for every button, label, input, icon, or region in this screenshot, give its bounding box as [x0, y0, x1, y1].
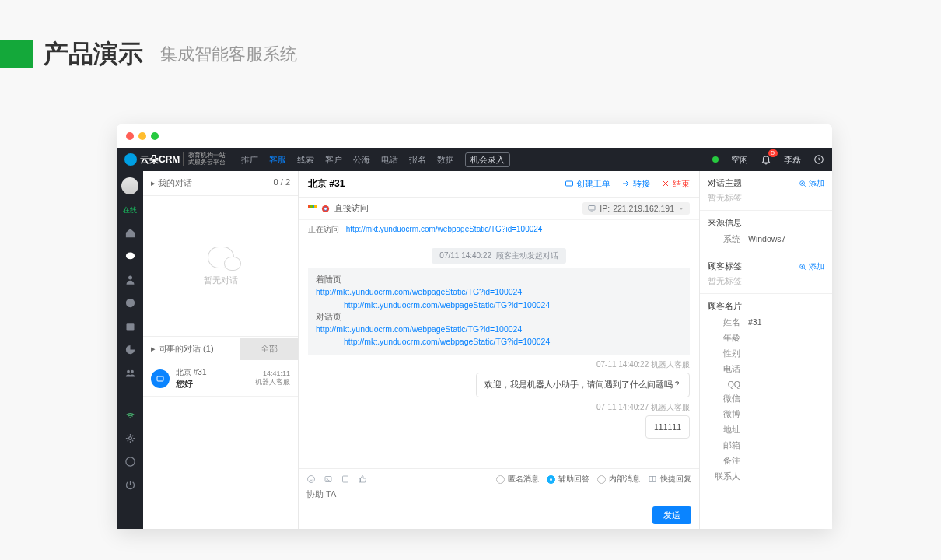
tags-none: 暂无标签 — [708, 275, 824, 287]
reply-input[interactable] — [306, 485, 691, 503]
conversation-count: 0 / 2 — [274, 177, 290, 189]
record-opportunity-button[interactable]: 机会录入 — [465, 152, 510, 167]
emoji-icon[interactable] — [306, 474, 316, 484]
ip-value: 221.219.162.191 — [613, 204, 674, 213]
calendar-icon[interactable] — [124, 320, 136, 332]
chat-panel: 北京 #31 创建工单 转接 结束 — [299, 171, 700, 529]
tel-key: 电话 — [708, 364, 740, 375]
bot-message-1: 欢迎，我是机器人小助手，请问遇到了什么问题吗？ — [476, 373, 690, 397]
ticket-icon — [565, 179, 574, 188]
top-nav: 云朵CRM 教育机构一站式服务云平台 推广 客服 线索 客户 公海 电话 报名 … — [117, 148, 832, 171]
chat-title: 北京 #31 — [308, 177, 345, 191]
wechat-key: 微信 — [708, 394, 740, 404]
settings-icon[interactable] — [813, 154, 824, 165]
weibo-key: 微博 — [708, 409, 740, 420]
nav-data[interactable]: 数据 — [437, 154, 454, 166]
nav-service[interactable]: 客服 — [269, 154, 286, 166]
filter-all-button[interactable]: 全部 — [240, 338, 298, 360]
landing-url-2[interactable]: http://mkt.yunduocrm.com/webpageStatic/T… — [344, 299, 682, 312]
remark-key: 备注 — [708, 456, 740, 467]
chat-icon[interactable] — [124, 250, 136, 262]
source-label: 来源信息 — [708, 217, 742, 229]
send-button[interactable]: 发送 — [652, 506, 691, 524]
svg-point-7 — [128, 436, 131, 439]
create-ticket-button[interactable]: 创建工单 — [565, 178, 610, 190]
addr-key: 地址 — [708, 425, 740, 436]
svg-point-2 — [128, 275, 132, 279]
image-icon[interactable] — [324, 474, 333, 484]
topic-none: 暂无标签 — [708, 192, 824, 204]
bell-badge: 5 — [768, 149, 778, 157]
dialog-url-2[interactable]: http://mkt.yunduocrm.com/webpageStatic/T… — [344, 335, 682, 348]
online-status[interactable]: 在线 — [123, 205, 137, 215]
nav-pool[interactable]: 公海 — [353, 154, 370, 166]
status-text[interactable]: 空闲 — [731, 154, 748, 166]
attachment-icon[interactable] — [341, 474, 350, 484]
dialog-url-1[interactable]: http://mkt.yunduocrm.com/webpageStatic/T… — [316, 323, 682, 336]
tags-label: 顾客标签 — [708, 261, 742, 272]
svg-point-5 — [127, 369, 130, 373]
user-avatar[interactable] — [121, 177, 138, 194]
referrer-box: 着陆页 http://mkt.yunduocrm.com/webpageStat… — [308, 268, 690, 355]
quick-reply-button[interactable]: 快捷回复 — [648, 474, 691, 485]
notifications-button[interactable]: 5 — [761, 154, 771, 165]
assist-option[interactable]: 辅助回答 — [547, 474, 589, 485]
transfer-button[interactable]: 转接 — [621, 178, 650, 190]
brand-tagline: 教育机构一站式服务云平台 — [183, 152, 226, 166]
details-panel: 对话主题 添加 暂无标签 来源信息 系统Windows7 顾客标签 添加 — [700, 171, 832, 529]
chat-transcript[interactable]: 07/11 14:40:22 顾客主动发起对话 着陆页 http://mkt.y… — [299, 239, 699, 468]
brand-logo[interactable]: 云朵CRM 教育机构一站式服务云平台 — [124, 152, 226, 166]
nav-customers[interactable]: 客户 — [325, 154, 342, 166]
maximize-dot[interactable] — [151, 132, 159, 140]
check-circle-icon[interactable] — [124, 296, 136, 309]
current-user[interactable]: 李磊 — [784, 154, 801, 166]
tags-add-button[interactable]: 添加 — [799, 261, 824, 272]
system-value: Windows7 — [748, 234, 785, 245]
end-chat-button[interactable]: 结束 — [661, 178, 690, 190]
anon-option[interactable]: 匿名消息 — [496, 474, 539, 485]
system-message: 07/11 14:40:22 顾客主动发起对话 — [432, 248, 565, 264]
dialog-label: 对话页 — [316, 312, 341, 321]
windows-logo-icon — [308, 205, 317, 213]
visiting-url[interactable]: http://mkt.yunduocrm.com/webpageStatic/T… — [346, 225, 543, 233]
person-icon[interactable] — [124, 273, 136, 285]
contact-key: 联系人 — [708, 471, 740, 482]
nav-leads[interactable]: 线索 — [297, 154, 314, 166]
svg-rect-4 — [126, 323, 134, 330]
power-icon[interactable] — [124, 478, 136, 491]
empty-chat-icon — [208, 247, 234, 268]
search-plus-icon — [799, 180, 806, 187]
landing-url-1[interactable]: http://mkt.yunduocrm.com/webpageStatic/T… — [316, 285, 682, 299]
svg-point-1 — [125, 252, 134, 259]
ip-badge[interactable]: IP: 221.219.162.191 — [582, 202, 690, 215]
empty-state: 暂无对话 — [143, 196, 298, 336]
gear-icon[interactable] — [124, 432, 136, 444]
bot-message-2: 111111 — [645, 415, 690, 439]
age-key: 年龄 — [708, 333, 740, 344]
visiting-label: 正在访问 — [308, 225, 339, 233]
transfer-icon — [621, 179, 631, 188]
brand-name: 云朵CRM — [140, 153, 180, 166]
thumbs-up-icon[interactable] — [358, 474, 367, 484]
nav-phone[interactable]: 电话 — [381, 154, 398, 166]
name-value[interactable]: #31 — [748, 317, 762, 328]
pie-chart-icon[interactable] — [124, 343, 136, 355]
internal-option[interactable]: 内部消息 — [597, 474, 640, 485]
home-icon[interactable] — [124, 226, 136, 239]
topic-add-button[interactable]: 添加 — [799, 178, 824, 189]
svg-point-15 — [308, 476, 315, 483]
conversation-item[interactable]: 北京 #31 您好 14:41:11 机器人客服 — [143, 361, 298, 397]
nav-signup[interactable]: 报名 — [409, 154, 426, 166]
nav-promo[interactable]: 推广 — [241, 154, 258, 166]
help-icon[interactable] — [124, 455, 136, 467]
qq-key: QQ — [708, 380, 740, 389]
svg-rect-9 — [157, 376, 163, 381]
my-conversations-label[interactable]: ▸ 我的对话 — [151, 177, 192, 189]
conversation-time: 14:41:11 — [255, 369, 290, 377]
minimize-dot[interactable] — [138, 132, 146, 140]
close-dot[interactable] — [126, 132, 134, 140]
group-icon[interactable] — [124, 366, 136, 379]
wifi-icon[interactable] — [124, 408, 136, 421]
search-plus-icon — [799, 263, 806, 271]
peer-conversations-label[interactable]: ▸ 同事的对话 (1) — [143, 337, 222, 361]
